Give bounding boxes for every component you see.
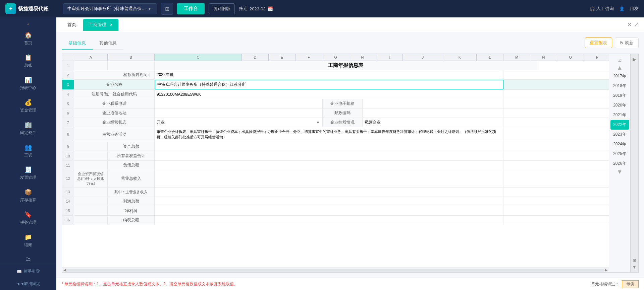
cell-9-value[interactable] (155, 142, 503, 151)
cell-5-email-label[interactable]: 企业电子邮箱 (322, 99, 363, 108)
cell-5-phone[interactable] (155, 99, 322, 108)
cell-1-B[interactable] (108, 61, 155, 70)
year-btn-2022[interactable]: 2022年 (610, 120, 629, 130)
cell-7-status[interactable]: 开业 ▼ (155, 118, 322, 127)
h-scroll-track[interactable] (66, 269, 605, 272)
row-num-4: 4 (62, 90, 74, 99)
cell-6-zip-label[interactable]: 邮政编码 (322, 108, 363, 118)
cell-13-empty[interactable] (74, 188, 108, 197)
service-button[interactable]: 🎧 人工咨询 (590, 6, 614, 12)
sidebar-item-funds[interactable]: 💰 资金管理 (0, 95, 56, 117)
sidebar-item-report[interactable]: 📊 报表中心 (0, 72, 56, 95)
cell-3-value[interactable]: 中审众环会计师事务所（特殊普通合伙）江苏分所 (155, 80, 503, 89)
cell-16-value[interactable] (155, 216, 503, 225)
copy-icon-btn[interactable]: ⊞ (161, 3, 173, 15)
refresh-button[interactable]: ↻ 刷新 (615, 38, 639, 48)
cell-12-value[interactable] (155, 170, 503, 187)
sidebar-item-tax[interactable]: 🔖 税务管理 (0, 207, 56, 229)
cell-12-group-label[interactable]: 企业资产状况信息(币种：人民币万元) (74, 170, 108, 187)
cell-5-label[interactable]: 企业联系电话 (74, 99, 155, 108)
cell-10-empty[interactable] (74, 151, 108, 160)
expand-right-icon[interactable]: ⊕ (633, 258, 637, 263)
sidebar-item-payroll[interactable]: 👥 工资 (0, 140, 56, 162)
cell-7-control-label[interactable]: 企业控股情况 (322, 118, 363, 127)
cell-9-empty[interactable] (74, 142, 108, 151)
scroll-left-icon[interactable]: ◀ (63, 268, 66, 272)
year-up-chevron[interactable]: ▲ (617, 64, 623, 71)
old-version-button[interactable]: 切到旧版 (209, 3, 235, 14)
cell-2-label[interactable]: 税款所属期间： (74, 70, 155, 79)
cell-16-label[interactable]: 纳税总额 (108, 216, 155, 225)
cell-13-value[interactable] (155, 188, 503, 197)
cell-14-label[interactable]: 利润总额 (108, 197, 155, 206)
cell-15-value[interactable] (155, 206, 503, 215)
sidebar-item-assets[interactable]: 🏢 固定资产 (0, 117, 56, 140)
year-btn-2026[interactable]: 2026年 (610, 159, 629, 168)
sidebar-scroll-up[interactable]: ▲ (0, 20, 56, 27)
cell-14-value[interactable] (155, 197, 503, 206)
year-btn-2023[interactable]: 2023年 (610, 130, 629, 139)
sidebar-item-invoice[interactable]: 🧾 发票管理 (0, 162, 56, 185)
sub-tab-basic[interactable]: 基础信息 (62, 38, 93, 50)
cell-11-empty[interactable] (74, 161, 108, 170)
company-selector[interactable]: 中审众环会计师事务所（特殊普通合伙… ▼ (63, 3, 157, 14)
cell-10-label[interactable]: 所有者权益合计 (108, 151, 155, 160)
window-expand-icon[interactable]: ⤢ (634, 21, 639, 28)
year-btn-2025[interactable]: 2025年 (610, 149, 629, 159)
cell-4-label[interactable]: 注册号/统一社会信用代码 (74, 90, 155, 99)
row-num-5: 5 (62, 99, 74, 108)
cancel-fixed-item[interactable]: ◄◄取消固定 (0, 278, 56, 290)
cell-6-zip[interactable] (363, 108, 503, 118)
cell-3-label[interactable]: 企业名称 (74, 80, 155, 89)
expand-down-icon[interactable]: ▼ (632, 264, 637, 270)
cell-11-value[interactable] (155, 161, 503, 170)
cell-8-label[interactable]: 主营业务活动 (74, 127, 155, 142)
sidebar-item-home[interactable]: 🏠 首页 (0, 27, 56, 50)
cell-16-empty[interactable] (74, 216, 108, 225)
calendar-icon[interactable]: 📅 (268, 6, 273, 11)
bottom-right: 单元格编辑过： 示例 (591, 280, 639, 288)
year-down-chevron[interactable]: ▼ (617, 168, 623, 175)
cell-1-A[interactable] (74, 61, 108, 70)
year-btn-2020[interactable]: 2020年 (610, 100, 629, 110)
cell-12-label[interactable]: 营业总收入 (108, 170, 155, 187)
cell-10-value[interactable] (155, 151, 503, 160)
year-btn-2018[interactable]: 2018年 (610, 81, 629, 91)
year-btn-2017[interactable]: 2017年 (610, 71, 629, 81)
workbench-button[interactable]: 工作台 (177, 3, 205, 14)
sidebar-item-ledger[interactable]: 📋 总账 (0, 50, 56, 72)
year-btn-2024[interactable]: 2024年 (610, 139, 629, 149)
horizontal-scrollbar[interactable]: ◀ ▶ (62, 268, 609, 272)
cell-4-value[interactable]: 91320100MA208E5W6K (155, 90, 503, 99)
year-up-arrow[interactable]: ⊿ (616, 55, 623, 64)
sidebar-item-inventory[interactable]: 📦 库存核算 (0, 185, 56, 207)
scroll-right-icon[interactable]: ▶ (605, 268, 607, 272)
cell-15-label[interactable]: 净利润 (108, 206, 155, 215)
cell-9-label[interactable]: 资产总额 (108, 142, 155, 151)
tab-business[interactable]: 工商管理 ✕ (83, 19, 118, 31)
collapse-right-icon[interactable]: ▶ (633, 57, 636, 62)
tab-close-icon[interactable]: ✕ (110, 23, 113, 27)
cell-11-label[interactable]: 负债总额 (108, 161, 155, 170)
year-btn-2019[interactable]: 2019年 (610, 91, 629, 100)
sidebar-item-archive[interactable]: 🗂 归档管理 (0, 252, 56, 265)
scroll-up-arrow[interactable]: ▲ (26, 21, 30, 26)
window-close-icon[interactable]: ✕ (627, 21, 632, 28)
cell-6-label[interactable]: 企业通信地址 (74, 108, 155, 118)
year-btn-2021[interactable]: 2021年 (610, 110, 629, 120)
tab-home[interactable]: 首页 (62, 19, 82, 31)
cell-13-label[interactable]: 其中：主营业务收入 (108, 188, 155, 197)
cell-6-address[interactable] (155, 108, 322, 118)
new-guide-item[interactable]: 📖 新手引导 (0, 265, 56, 278)
cell-8-value[interactable]: 审查企业会计报表；出具审计报告；验证企业资本；出具验资报告；办理企业合开、分立、… (155, 127, 503, 142)
cell-14-empty[interactable] (74, 197, 108, 206)
sidebar-item-close[interactable]: 📁 结账 (0, 229, 56, 252)
cell-15-empty[interactable] (74, 206, 108, 215)
cell-7-control-value[interactable]: 私营企业 (363, 118, 503, 127)
cell-7-label[interactable]: 企业经营状态 (74, 118, 155, 127)
cell-1-title[interactable]: 工商年报信息表 (155, 61, 537, 70)
sub-tab-other[interactable]: 其他信息 (93, 38, 123, 50)
cell-2-value[interactable]: 2022年度 (155, 70, 503, 79)
reset-report-button[interactable]: 重置报表 (585, 38, 612, 48)
cell-5-email[interactable] (363, 99, 503, 108)
